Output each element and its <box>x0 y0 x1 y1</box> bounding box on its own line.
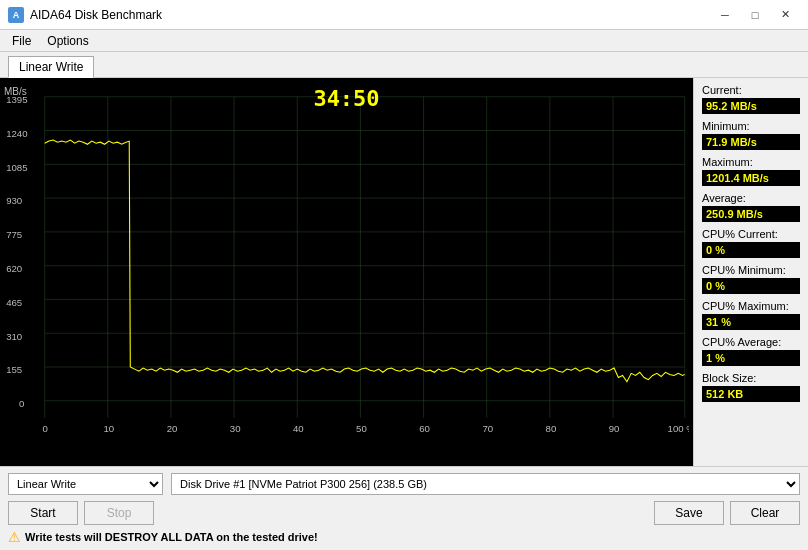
window-title: AIDA64 Disk Benchmark <box>30 8 162 22</box>
cpu-current-value: 0 % <box>702 242 800 258</box>
svg-text:0: 0 <box>43 424 48 435</box>
y-axis-label: MB/s <box>4 86 27 97</box>
controls-row1: Linear Write Linear Read Random Write Ra… <box>8 473 800 495</box>
svg-text:50: 50 <box>356 424 367 435</box>
drive-select[interactable]: Disk Drive #1 [NVMe Patriot P300 256] (2… <box>171 473 800 495</box>
clear-button[interactable]: Clear <box>730 501 800 525</box>
cpu-maximum-label: CPU% Maximum: <box>702 300 800 312</box>
cpu-minimum-value: 0 % <box>702 278 800 294</box>
test-type-select[interactable]: Linear Write Linear Read Random Write Ra… <box>8 473 163 495</box>
y-label-3: 930 <box>6 196 22 207</box>
tab-bar: Linear Write <box>0 52 808 78</box>
warning-row: ⚠ Write tests will DESTROY ALL DATA on t… <box>8 529 800 545</box>
menu-bar: File Options <box>0 30 808 52</box>
tab-linear-write[interactable]: Linear Write <box>8 56 94 78</box>
y-label-7: 310 <box>6 331 22 342</box>
y-label-5: 620 <box>6 263 22 274</box>
cpu-average-label: CPU% Average: <box>702 336 800 348</box>
average-value: 250.9 MB/s <box>702 206 800 222</box>
cpu-maximum-value: 31 % <box>702 314 800 330</box>
svg-text:90: 90 <box>609 424 620 435</box>
chart-svg: 1395 1240 1085 930 775 620 465 310 155 0 <box>4 82 689 462</box>
svg-text:80: 80 <box>546 424 557 435</box>
average-label: Average: <box>702 192 800 204</box>
save-button[interactable]: Save <box>654 501 724 525</box>
svg-text:60: 60 <box>419 424 430 435</box>
y-label-4: 775 <box>6 229 22 240</box>
menu-file[interactable]: File <box>4 32 39 50</box>
block-size-value: 512 KB <box>702 386 800 402</box>
title-bar: A AIDA64 Disk Benchmark ─ □ ✕ <box>0 0 808 30</box>
y-label-8: 155 <box>6 364 22 375</box>
warning-text: Write tests will DESTROY ALL DATA on the… <box>25 531 318 543</box>
start-button[interactable]: Start <box>8 501 78 525</box>
controls-row2: Start Stop Save Clear <box>8 501 800 525</box>
minimum-label: Minimum: <box>702 120 800 132</box>
app-icon: A <box>8 7 24 23</box>
svg-text:100 %: 100 % <box>668 424 689 435</box>
svg-text:10: 10 <box>104 424 115 435</box>
svg-text:30: 30 <box>230 424 241 435</box>
y-label-1: 1240 <box>6 128 27 139</box>
y-label-2: 1085 <box>6 162 27 173</box>
cpu-minimum-label: CPU% Minimum: <box>702 264 800 276</box>
maximum-value: 1201.4 MB/s <box>702 170 800 186</box>
cpu-current-label: CPU% Current: <box>702 228 800 240</box>
minimum-value: 71.9 MB/s <box>702 134 800 150</box>
maximize-button[interactable]: □ <box>740 5 770 25</box>
close-button[interactable]: ✕ <box>770 5 800 25</box>
chart-area: MB/s 34:50 1395 1240 1085 930 775 620 46… <box>0 78 693 466</box>
y-label-9: 0 <box>19 398 24 409</box>
current-value: 95.2 MB/s <box>702 98 800 114</box>
bottom-controls: Linear Write Linear Read Random Write Ra… <box>0 466 808 550</box>
main-content: MB/s 34:50 1395 1240 1085 930 775 620 46… <box>0 78 808 466</box>
stop-button[interactable]: Stop <box>84 501 154 525</box>
block-size-label: Block Size: <box>702 372 800 384</box>
cpu-average-value: 1 % <box>702 350 800 366</box>
timer-display: 34:50 <box>313 86 379 111</box>
minimize-button[interactable]: ─ <box>710 5 740 25</box>
svg-text:70: 70 <box>482 424 493 435</box>
maximum-label: Maximum: <box>702 156 800 168</box>
current-label: Current: <box>702 84 800 96</box>
warning-icon: ⚠ <box>8 529 21 545</box>
svg-text:40: 40 <box>293 424 304 435</box>
svg-text:20: 20 <box>167 424 178 435</box>
menu-options[interactable]: Options <box>39 32 96 50</box>
stats-panel: Current: 95.2 MB/s Minimum: 71.9 MB/s Ma… <box>693 78 808 466</box>
chart-data-line <box>45 140 685 382</box>
y-label-6: 465 <box>6 297 22 308</box>
